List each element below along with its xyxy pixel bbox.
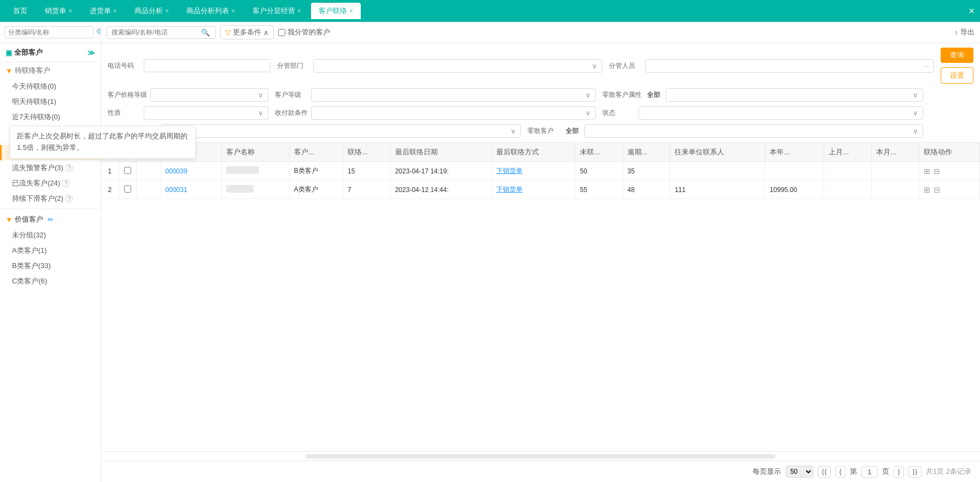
filter-field-phone: 电话号码 [108,59,271,72]
sidebar-value-customer-header[interactable]: ▼ 价值客户 ✏ [0,211,101,228]
grid-icon-2[interactable]: ⊟ [934,185,940,194]
dept-select[interactable]: ∨ [313,59,602,73]
filter-search-icon[interactable]: 🔍 [201,28,210,37]
last-method-link-2[interactable]: 下销货单 [496,185,523,193]
sidebar-item-churned[interactable]: 已流失客户(24) ? [0,176,101,191]
export-btn[interactable]: ↑ 导出 [955,27,975,37]
link-icon-2[interactable]: ⊞ [924,185,930,194]
sidebar-item-tomorrow[interactable]: 明天待联络(1) [0,94,101,109]
sidebar-wait-contact-header[interactable]: ▼ 待联络客户 [0,62,101,79]
next-page-btn[interactable]: ⟩ [894,466,904,478]
nature-chevron-icon: ∨ [258,109,263,117]
th-action[interactable]: 联络动作 [919,143,979,162]
manager-select[interactable]: ··· [645,59,934,73]
filter-my-customer-label: 我分管的客户 [278,27,330,37]
nav-tab-purchase[interactable]: 进货单 × [82,3,125,19]
sidebar-item-today[interactable]: 今天待联络(0) [0,79,101,94]
td-unread-1: 50 [576,162,623,181]
help-icon-churned[interactable]: ? [62,179,69,187]
customer-level-select[interactable]: ∨ [311,88,596,102]
dept-label: 分管部门 [277,61,310,71]
sidebar-item-a-class[interactable]: A类客户(1) [0,243,101,258]
manager-label: 分管人员 [609,61,642,71]
sidebar-search-area: 🔍 [0,22,101,43]
close-customer-contact-tab[interactable]: × [349,7,353,15]
status-select[interactable]: ∨ [638,106,923,120]
filter-my-customer-checkbox[interactable] [278,29,285,36]
price-level-select[interactable]: ∨ [150,88,268,102]
sidebar-item-c-class[interactable]: C类客户(6) [0,274,101,289]
prev-page-btn[interactable]: ⟨ [835,466,846,478]
td-last-method-2: 下销货单 [492,181,576,199]
sidebar-item-ungrouped[interactable]: 未分组(32) [0,228,101,243]
nature-label: 性质 [108,108,140,118]
action-icons-2: ⊞ ⊟ [924,185,975,194]
th-customer-type[interactable]: 客户... [289,143,343,162]
retail-attr-select[interactable]: ∨ [666,88,923,102]
nav-tab-customer-contact[interactable]: 客户联络 × [311,3,361,19]
th-unread[interactable]: 未联... [576,143,623,162]
filter-more-btn[interactable]: ▽ 更多条件 ∧ [220,25,274,39]
th-this-month[interactable]: 本月... [872,143,919,162]
th-contact[interactable]: 联络... [343,143,390,162]
sidebar-item-declining[interactable]: 持续下滑客户(2) ? [0,191,101,206]
row-checkbox-1[interactable] [124,167,131,174]
page-total-label: 页 [882,467,889,477]
setting-btn[interactable]: 设置 [941,67,973,84]
th-contact-person[interactable]: 往来单位联系人 [670,143,765,162]
window-close-btn[interactable]: × [969,5,975,17]
pagination-bar: 每页显示 50 20 100 ⟨⟨ ⟨ 第 1 页 ⟩ ⟩⟩ 共1页 2条记录 [101,461,980,482]
customer-type-select[interactable]: ∨ [161,124,521,138]
th-overdue[interactable]: 逾期... [623,143,670,162]
th-customer-name[interactable]: 客户名称 [221,143,289,162]
scrollbar-area [101,451,980,461]
nav-tab-customer-segment[interactable]: 客户分层经营 × [245,3,309,19]
th-this-year[interactable]: 本年... [765,143,824,162]
sidebar-item-7days[interactable]: 近7天待联络(0) [0,109,101,125]
nature-select[interactable]: ∨ [144,106,268,120]
nav-tab-sales[interactable]: 销货单 × [37,3,80,19]
last-page-btn[interactable]: ⟩⟩ [908,466,922,478]
first-page-btn[interactable]: ⟨⟨ [818,466,831,478]
sidebar-search-icon[interactable]: 🔍 [96,28,101,37]
edit-value-customer-icon[interactable]: ✏ [48,216,54,224]
grid-icon-1[interactable]: ⊟ [934,167,940,176]
th-last-contact-method[interactable]: 最后联络方式 [492,143,576,162]
help-icon-churn[interactable]: ? [65,164,73,172]
close-analysis-tab[interactable]: × [165,7,169,15]
collapse-sidebar-icon[interactable]: ≫ [87,49,95,57]
last-method-link-1[interactable]: 下销货单 [496,167,523,175]
td-code-1[interactable]: 000039 [161,162,221,181]
td-person-1 [670,162,765,181]
td-last-date-2: 2023-04-12 14:44: [390,181,491,199]
sidebar-all-customers[interactable]: ▣ 全部客户 ≫ [0,43,101,62]
sidebar-search-input[interactable] [4,26,94,38]
th-last-month[interactable]: 上月... [824,143,872,162]
table-row: 1 000039 B类客户 15 2023-04-17 14:19: [101,162,980,181]
sidebar-item-churn-warning[interactable]: 流失预警客户(3) ? [0,160,101,176]
td-code-2[interactable]: 000031 [161,181,221,199]
td-type-2: A类客户 [289,181,343,199]
phone-input[interactable] [144,59,271,72]
sidebar-item-b-class[interactable]: B类客户(33) [0,258,101,274]
nav-tab-analysis-list[interactable]: 商品分析列表 × [179,3,243,19]
help-icon-declining[interactable]: ? [65,195,73,202]
retail-customer-text: 全部 [566,126,579,136]
customer-type-chevron-icon: ∨ [510,127,516,135]
row-checkbox-2[interactable] [124,185,131,193]
filter-search-input[interactable] [112,28,199,36]
link-icon-1[interactable]: ⊞ [924,167,930,176]
close-sales-tab[interactable]: × [68,7,72,15]
close-purchase-tab[interactable]: × [113,7,117,15]
horizontal-scrollbar[interactable] [306,454,776,458]
nav-tab-home[interactable]: 首页 [5,3,35,19]
per-page-select[interactable]: 50 20 100 [785,466,813,478]
th-last-contact-date[interactable]: 最后联络日期 [390,143,491,162]
close-customer-segment-tab[interactable]: × [297,7,301,15]
nav-tab-analysis[interactable]: 商品分析 × [127,3,177,19]
manager-dots-icon: ··· [923,62,929,70]
query-btn[interactable]: 查询 [941,48,973,63]
close-analysis-list-tab[interactable]: × [231,7,235,15]
retail-customer-select[interactable]: ∨ [584,124,923,138]
payment-select[interactable]: ∨ [311,106,596,120]
